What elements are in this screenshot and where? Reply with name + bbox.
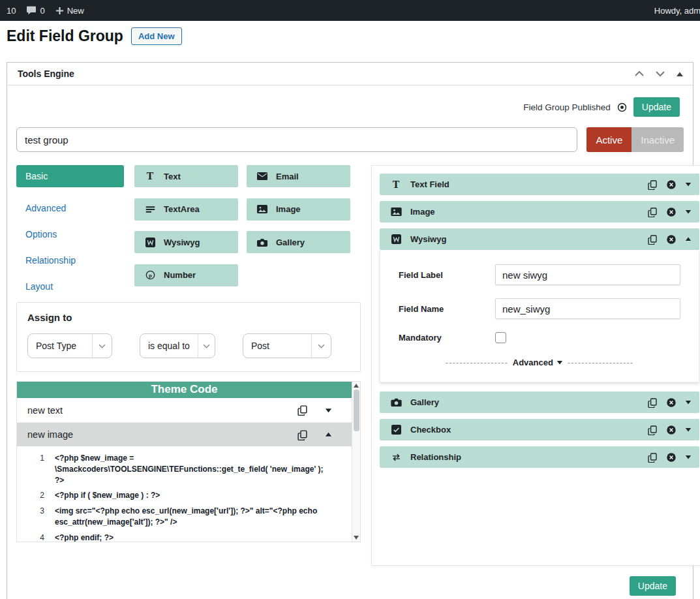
field-name-input[interactable]: [495, 298, 680, 319]
field-type-number-button[interactable]: p Number: [134, 264, 238, 286]
copy-icon[interactable]: [647, 234, 658, 245]
advanced-toggle-label: Advanced: [513, 358, 553, 367]
field-row-image[interactable]: Image: [380, 201, 699, 223]
field-type-label: Wysiwyg: [164, 238, 200, 247]
builder-column: Basic Advanced Options Relationship Layo…: [16, 165, 361, 542]
chevron-down-icon[interactable]: [685, 455, 692, 459]
remove-icon[interactable]: [666, 452, 677, 463]
copy-icon[interactable]: [647, 179, 658, 190]
update-button-top[interactable]: Update: [633, 97, 680, 117]
advanced-toggle[interactable]: Advanced: [513, 358, 563, 367]
remove-icon[interactable]: [666, 234, 677, 245]
scroll-down-icon[interactable]: [354, 536, 359, 540]
copy-icon[interactable]: [647, 207, 658, 217]
field-type-image-button[interactable]: Image: [247, 198, 350, 221]
field-row-checkbox[interactable]: Checkbox: [380, 419, 699, 440]
chevron-up-icon[interactable]: [325, 432, 332, 437]
field-row-text-field[interactable]: T Text Field: [380, 174, 699, 195]
field-row-label: Gallery: [410, 397, 647, 407]
chevron-down-icon: [92, 334, 112, 358]
group-title-row: Active Inactive: [16, 127, 684, 152]
field-type-label: Number: [164, 270, 196, 280]
page-title: Edit Field Group: [7, 27, 123, 45]
chevron-up-icon[interactable]: [685, 237, 692, 241]
field-category-tabs: Basic Advanced Options Relationship Layo…: [16, 165, 124, 292]
remove-icon[interactable]: [666, 425, 677, 435]
assign-operator-select[interactable]: is equal to: [140, 333, 215, 358]
code-line: 3 <img src="<?php echo esc_url(new_image…: [17, 506, 352, 528]
field-type-grid: T Text Email TextArea: [134, 165, 350, 292]
mandatory-checkbox[interactable]: [495, 332, 506, 343]
chevron-down-icon[interactable]: [685, 209, 692, 214]
collapse-toggle-icon[interactable]: [676, 71, 684, 77]
field-row-gallery[interactable]: Gallery: [380, 392, 699, 413]
tools-engine-metabox: Tools Engine Field Group Published Updat…: [7, 62, 693, 599]
select-value: Post: [243, 341, 311, 351]
theme-code-box: Theme Code new text new image: [16, 381, 361, 542]
updates-count[interactable]: 10: [7, 6, 16, 16]
comments-link[interactable]: 0: [26, 6, 44, 16]
plus-icon: [55, 7, 64, 15]
move-down-icon[interactable]: [655, 70, 665, 77]
copy-icon[interactable]: [297, 429, 308, 440]
tab-advanced[interactable]: Advanced: [16, 203, 124, 213]
copy-icon[interactable]: [297, 405, 308, 416]
code-text: <img src="<?php echo esc_url(new_image['…: [55, 506, 352, 528]
tab-basic[interactable]: Basic: [16, 165, 124, 187]
advanced-divider-left: ------------------: [446, 358, 508, 367]
chevron-down-icon: [311, 334, 331, 358]
active-button[interactable]: Active: [586, 127, 632, 152]
add-new-button[interactable]: Add New: [131, 27, 182, 45]
field-type-email-button[interactable]: Email: [247, 165, 350, 187]
comments-count: 0: [40, 6, 44, 16]
group-name-input[interactable]: [16, 127, 577, 152]
field-type-wysiwyg-button[interactable]: Wysiwyg: [134, 231, 238, 253]
tab-options[interactable]: Options: [16, 229, 124, 239]
assign-entity-select[interactable]: Post Type: [27, 333, 112, 358]
tab-relationship[interactable]: Relationship: [16, 255, 124, 266]
inactive-button[interactable]: Inactive: [632, 127, 684, 152]
state-toggle-group: Active Inactive: [586, 127, 684, 152]
scrollbar-thumb[interactable]: [354, 390, 359, 431]
text-icon: T: [145, 172, 155, 181]
tab-layout[interactable]: Layout: [16, 281, 124, 292]
field-type-label: TextArea: [164, 204, 200, 214]
line-number: 1: [17, 453, 55, 485]
remove-icon[interactable]: [666, 179, 677, 190]
move-up-icon[interactable]: [634, 70, 645, 77]
code-line: 4 <?php endif; ?>: [17, 532, 352, 542]
field-row-wysiwyg[interactable]: Wysiwyg: [380, 228, 699, 250]
update-button-bottom[interactable]: Update: [630, 576, 676, 596]
copy-icon[interactable]: [647, 452, 658, 463]
comment-icon: [26, 6, 37, 15]
assign-to-title: Assign to: [27, 312, 350, 323]
theme-code-scrollbar[interactable]: [352, 382, 360, 542]
chevron-down-icon[interactable]: [685, 182, 692, 187]
theme-code-item-new-text[interactable]: new text: [17, 398, 352, 423]
field-type-gallery-button[interactable]: Gallery: [247, 231, 350, 253]
copy-icon[interactable]: [647, 425, 658, 435]
field-row-relationship[interactable]: Relationship: [380, 446, 699, 468]
chevron-down-icon[interactable]: [685, 427, 692, 432]
chevron-down-icon[interactable]: [325, 408, 332, 413]
assign-value-select[interactable]: Post: [243, 333, 331, 358]
copy-icon[interactable]: [647, 397, 658, 408]
select-value: is equal to: [140, 341, 198, 351]
howdy-account[interactable]: Howdy, admi: [654, 6, 700, 16]
checkbox-icon: [390, 425, 402, 435]
field-label-input[interactable]: [495, 264, 680, 285]
remove-icon[interactable]: [666, 207, 677, 217]
image-icon: [390, 207, 402, 216]
new-content-menu[interactable]: New: [55, 6, 84, 16]
theme-code-item-label: new image: [27, 429, 297, 440]
gallery-icon: [390, 398, 402, 407]
line-number: 3: [17, 506, 55, 528]
field-type-textarea-button[interactable]: TextArea: [134, 198, 238, 221]
assign-to-box: Assign to Post Type is equal to Post: [16, 302, 361, 372]
chevron-down-icon[interactable]: [685, 400, 692, 405]
theme-code-item-new-image[interactable]: new image: [17, 423, 352, 446]
field-type-label: Email: [276, 172, 299, 181]
remove-icon[interactable]: [666, 397, 677, 408]
code-text: <?php if ( $new_image ) : ?>: [55, 490, 352, 501]
field-type-text-button[interactable]: T Text: [134, 165, 238, 187]
